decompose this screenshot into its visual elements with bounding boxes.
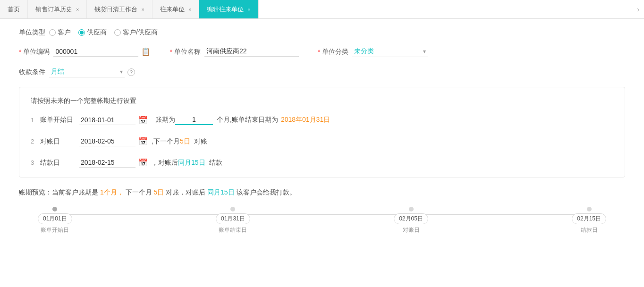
tab-sales-history-label: 销售订单历史: [35, 5, 72, 14]
step-2-label: 对账日: [40, 137, 73, 146]
tab-home-label: 首页: [8, 5, 20, 14]
payment-help-icon[interactable]: ?: [127, 68, 135, 76]
step-2-num: 2: [31, 138, 40, 145]
tab-cash-work-close[interactable]: ×: [141, 7, 144, 12]
radio-both-circle: [114, 29, 121, 36]
payment-label: 收款条件: [19, 68, 45, 76]
step-3-label: 结款日: [40, 159, 73, 167]
timeline-dot-2: [230, 207, 235, 211]
timeline-point-1: 01月01日 账单开始日: [38, 207, 72, 234]
timeline-dot-4: [587, 207, 592, 211]
tab-home[interactable]: 首页: [0, 0, 28, 18]
start-date-calendar-icon[interactable]: 📅: [138, 116, 148, 125]
timeline-point-3: 02月05日 对账日: [394, 207, 428, 234]
start-date-input[interactable]: [79, 115, 136, 125]
radio-group: 客户 供应商 客户/供应商: [49, 28, 158, 37]
reconcile-day-highlight: 5日: [180, 137, 190, 146]
setting-box: 请按照未来的一个完整帐期进行设置 1 账单开始日 📅 账期为 个月,账单结束日期…: [19, 87, 625, 177]
category-value: 未分类: [354, 47, 423, 56]
code-label: 单位编码: [23, 48, 50, 56]
radio-supplier[interactable]: 供应商: [78, 28, 107, 37]
setting-row-2: 2 对账日 📅 ,下一个月 5日 对账: [31, 136, 613, 146]
setting-row-3: 3 结款日 📅 ，对账后 同月15日 结款: [31, 158, 613, 168]
preview-period: 1个月，: [100, 188, 124, 196]
timeline-badge-1: 01月01日: [38, 213, 72, 224]
step-1-label: 账单开始日: [40, 116, 73, 124]
timeline-label-1: 账单开始日: [41, 226, 69, 234]
tab-cash-work-label: 钱货日清工作台: [94, 5, 137, 14]
timeline-label-3: 对账日: [403, 226, 420, 234]
payment-day-highlight: 同月15日: [178, 159, 205, 167]
radio-customer-circle: [49, 29, 56, 36]
preview-suffix: 该客户会给我打款。: [237, 188, 296, 196]
tab-counterpart-close[interactable]: ×: [188, 7, 191, 12]
tab-sales-history[interactable]: 销售订单历史 ×: [28, 0, 87, 18]
tab-counterpart-label: 往来单位: [160, 5, 185, 14]
preview-section: 账期预览：当前客户账期是 1个月， 下一个月 5日 对账，对账后 同月15日 该…: [19, 187, 625, 197]
timeline-section: 01月01日 账单开始日 01月31日 账单结束日 02月05日 对账日: [19, 207, 625, 253]
preview-reconcile: 5日: [153, 188, 164, 196]
setting-row-1: 1 账单开始日 📅 账期为 个月,账单结束日期为 2018年01月31日: [31, 115, 613, 125]
code-calendar-icon[interactable]: 📋: [141, 47, 151, 56]
reconcile-suffix: 对账: [194, 137, 207, 146]
radio-supplier-circle: [78, 29, 85, 36]
tab-arrow[interactable]: ›: [632, 0, 644, 18]
timeline-badge-3: 02月05日: [394, 213, 428, 224]
timeline-badge-4: 02月15日: [572, 213, 606, 224]
setting-title: 请按照未来的一个完整帐期进行设置: [31, 97, 613, 105]
tab-edit-counterpart-label: 编辑往来单位: [207, 5, 244, 14]
name-input[interactable]: [204, 47, 299, 57]
timeline-label-2: 账单结束日: [219, 226, 247, 234]
category-arrow-icon: ▾: [423, 48, 426, 55]
preview-middle2: 对账，对账后: [166, 188, 205, 196]
payment-value: 月结: [51, 68, 120, 76]
payment-suffix: 结款: [209, 159, 222, 167]
category-field: * 单位分类 未分类 ▾: [318, 46, 428, 57]
radio-customer-label: 客户: [58, 28, 71, 37]
name-field: * 单位名称: [169, 47, 298, 57]
period-suffix: 个月,账单结束日期为: [217, 116, 278, 124]
name-label: 单位名称: [174, 48, 201, 56]
end-date-highlight: 2018年01月31日: [281, 116, 330, 124]
category-star: *: [318, 48, 320, 56]
payment-arrow-icon: ▾: [120, 68, 123, 75]
reconcile-calendar-icon[interactable]: 📅: [138, 137, 148, 146]
preview-payment: 同月15日: [207, 188, 235, 196]
payment-select[interactable]: 月结 ▾: [49, 67, 125, 77]
category-select[interactable]: 未分类 ▾: [352, 46, 428, 57]
timeline-label-4: 结款日: [581, 226, 598, 234]
period-label: 账期为: [155, 116, 175, 124]
payment-calendar-icon[interactable]: 📅: [138, 158, 148, 167]
timeline-point-2: 01月31日 账单结束日: [216, 207, 250, 234]
tab-counterpart[interactable]: 往来单位 ×: [153, 0, 199, 18]
period-input[interactable]: [175, 115, 213, 125]
unit-info-row: * 单位编码 📋 * 单位名称 * 单位分类 未分类 ▾: [19, 46, 625, 57]
code-field: * 单位编码 📋: [19, 47, 151, 57]
step-3-num: 3: [31, 159, 40, 166]
reconcile-prefix: ,下一个月: [152, 137, 180, 146]
unit-type-row: 单位类型 客户 供应商 客户/供应商: [19, 28, 625, 37]
code-star: *: [19, 48, 21, 56]
preview-middle: 下一个月: [126, 188, 152, 196]
reconcile-date-input[interactable]: [79, 136, 136, 146]
radio-both[interactable]: 客户/供应商: [114, 28, 158, 37]
radio-customer[interactable]: 客户: [49, 28, 71, 37]
timeline-badge-2: 01月31日: [216, 213, 250, 224]
payment-date-input[interactable]: [79, 158, 136, 168]
tab-edit-counterpart-close[interactable]: ×: [247, 7, 250, 12]
name-star: *: [169, 48, 172, 56]
tab-cash-work[interactable]: 钱货日清工作台 ×: [87, 0, 152, 18]
timeline-dot-3: [409, 207, 414, 211]
code-input[interactable]: [53, 47, 138, 57]
tab-sales-history-close[interactable]: ×: [76, 7, 79, 12]
payment-row: 收款条件 月结 ▾ ?: [19, 67, 625, 77]
radio-supplier-label: 供应商: [87, 28, 107, 37]
main-content: 单位类型 客户 供应商 客户/供应商 * 单位编码 📋 * 单位名称: [0, 19, 644, 287]
tab-edit-counterpart[interactable]: 编辑往来单位 ×: [199, 0, 258, 18]
preview-prefix: 账期预览：当前客户账期是: [19, 188, 98, 196]
step-1-num: 1: [31, 117, 40, 124]
timeline-dot-1: [52, 207, 57, 211]
timeline-point-4: 02月15日 结款日: [572, 207, 606, 234]
category-label: 单位分类: [322, 48, 348, 56]
payment-prefix: ，对账后: [152, 159, 178, 167]
